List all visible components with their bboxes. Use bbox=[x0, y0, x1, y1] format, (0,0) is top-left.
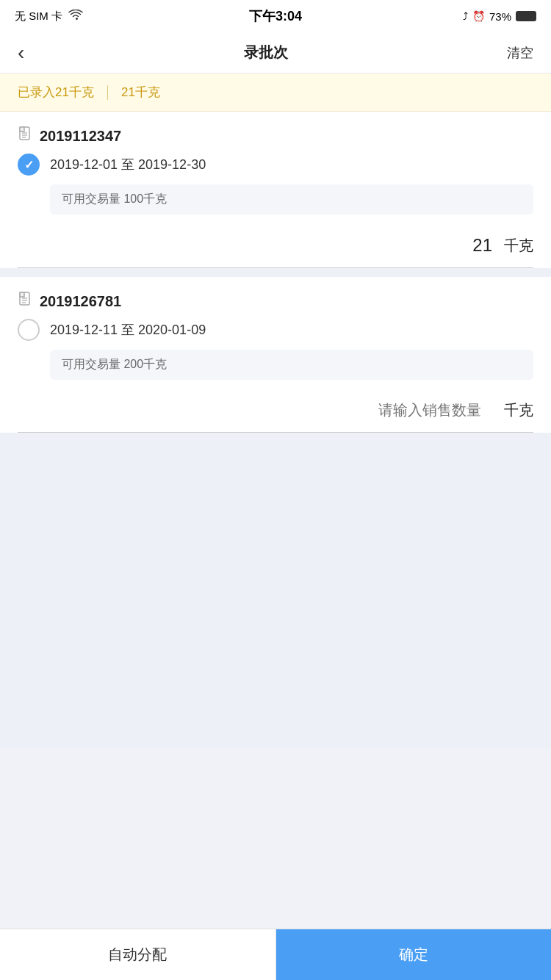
status-left: 无 SIM 卡 bbox=[15, 10, 83, 24]
batch-1-date-row: 2019-12-01 至 2019-12-30 bbox=[18, 154, 533, 176]
batch-2-available-text: 可用交易量 200千克 bbox=[62, 358, 167, 370]
batch-2-date-row: 2019-12-11 至 2020-01-09 bbox=[18, 319, 533, 341]
batch-1-available-text: 可用交易量 100千克 bbox=[62, 192, 167, 205]
empty-area bbox=[0, 433, 551, 749]
sim-label: 无 SIM 卡 bbox=[15, 10, 62, 24]
batch-1-card: 2019112347 2019-12-01 至 2019-12-30 可用交易量… bbox=[0, 112, 551, 268]
batch-2-radio[interactable] bbox=[18, 319, 40, 341]
batch-2-header: 2019126781 bbox=[18, 292, 533, 311]
total-label: 21千克 bbox=[121, 84, 160, 101]
nav-bar: ‹ 录批次 清空 bbox=[0, 32, 551, 73]
batch-1-available: 可用交易量 100千克 bbox=[50, 184, 533, 215]
batch-2-qty-unit: 千克 bbox=[504, 400, 533, 420]
bottom-bar: 自动分配 确定 bbox=[0, 929, 551, 980]
battery-icon bbox=[516, 11, 536, 21]
page-title: 录批次 bbox=[244, 43, 288, 62]
svg-rect-1 bbox=[20, 127, 24, 131]
info-separator bbox=[107, 85, 108, 100]
batch-1-id: 2019112347 bbox=[40, 128, 121, 145]
clear-button[interactable]: 清空 bbox=[507, 44, 533, 62]
auto-distribute-button[interactable]: 自动分配 bbox=[0, 929, 276, 980]
card-divider bbox=[0, 268, 551, 277]
alarm-icon: ⏰ bbox=[472, 10, 485, 22]
batch-1-radio[interactable] bbox=[18, 154, 40, 176]
batch-2-qty-row[interactable]: 千克 bbox=[18, 392, 533, 433]
batch-2-icon bbox=[18, 292, 34, 311]
batch-2-available: 可用交易量 200千克 bbox=[50, 350, 533, 380]
batch-1-header: 2019112347 bbox=[18, 126, 533, 146]
batch-1-date: 2019-12-01 至 2019-12-30 bbox=[50, 156, 206, 173]
location-icon: ⤴ bbox=[463, 10, 468, 22]
recorded-label: 已录入21千克 bbox=[18, 84, 94, 101]
svg-rect-6 bbox=[20, 292, 24, 297]
info-banner: 已录入21千克 21千克 bbox=[0, 73, 551, 112]
battery-percent: 73% bbox=[489, 10, 511, 23]
batch-1-qty-value[interactable]: 21 bbox=[472, 235, 492, 256]
batch-2-id: 2019126781 bbox=[40, 293, 121, 310]
status-bar: 无 SIM 卡 下午3:04 ⤴ ⏰ 73% bbox=[0, 0, 551, 32]
status-right: ⤴ ⏰ 73% bbox=[463, 10, 536, 23]
back-button[interactable]: ‹ bbox=[18, 43, 24, 63]
status-time: 下午3:04 bbox=[249, 7, 302, 25]
batch-2-qty-input[interactable] bbox=[18, 402, 492, 419]
batch-1-icon bbox=[18, 126, 34, 146]
batch-1-qty-row: 21 千克 bbox=[18, 226, 533, 268]
batch-2-date: 2019-12-11 至 2020-01-09 bbox=[50, 321, 206, 339]
confirm-button[interactable]: 确定 bbox=[276, 929, 552, 980]
batch-2-card: 2019126781 2019-12-11 至 2020-01-09 可用交易量… bbox=[0, 277, 551, 433]
wifi-icon bbox=[68, 10, 83, 23]
batch-1-qty-unit: 千克 bbox=[504, 236, 533, 256]
